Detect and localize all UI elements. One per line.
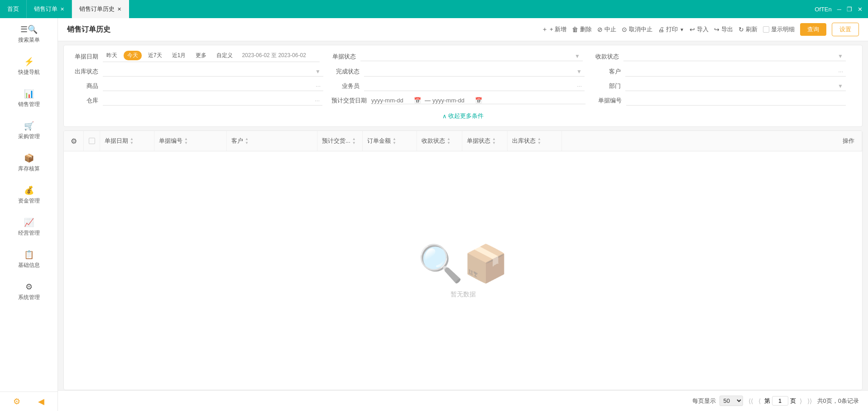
delivery-start-input[interactable] bbox=[371, 97, 412, 104]
print-btn[interactable]: 🖨 打印 ▼ bbox=[658, 25, 684, 34]
filter-row-4: 仓库 ··· 预计交货日期 📅 — 📅 单据编号 bbox=[71, 96, 855, 106]
th-outbound-status[interactable]: 出库状态 ▲ ▼ bbox=[508, 131, 562, 151]
minimize-btn[interactable]: ─ bbox=[837, 6, 841, 13]
th-order-status[interactable]: 单据状态 ▲ ▼ bbox=[462, 131, 508, 151]
delivery-sort-icons[interactable]: ▲ ▼ bbox=[352, 137, 356, 145]
date-tag-more[interactable]: 更多 bbox=[192, 51, 210, 60]
sidebar-item-finance[interactable]: 💰 资金管理 bbox=[0, 179, 58, 211]
close-sales-order-tab[interactable]: ✕ bbox=[60, 6, 64, 12]
customer-input[interactable] bbox=[628, 68, 838, 75]
sidebar-item-operation[interactable]: 📈 经营管理 bbox=[0, 211, 58, 243]
delivery-start-calendar-icon[interactable]: 📅 bbox=[414, 97, 421, 104]
order-status-select[interactable]: ▼ bbox=[360, 52, 583, 61]
delivery-date-label: 预计交货日期 bbox=[331, 97, 371, 105]
date-tag-yesterday[interactable]: 昨天 bbox=[103, 51, 121, 60]
order-number-field[interactable] bbox=[626, 96, 846, 106]
th-date[interactable]: 单据日期 ▲ ▼ bbox=[100, 131, 154, 151]
sidebar-item-sales-mgmt[interactable]: 📊 销售管理 bbox=[0, 82, 58, 115]
tab-home[interactable]: 首页 bbox=[0, 0, 27, 18]
th-gear[interactable]: ⚙ bbox=[64, 131, 84, 151]
last-page-btn[interactable]: ⟩⟩ bbox=[806, 396, 814, 406]
select-all-checkbox[interactable] bbox=[89, 138, 95, 144]
collapse-btn[interactable]: ∧ 收起更多条件 bbox=[442, 112, 484, 120]
restore-btn[interactable]: ❐ bbox=[847, 6, 852, 13]
product-input[interactable] bbox=[106, 82, 316, 89]
sidebar-settings-icon[interactable]: ⚙ bbox=[13, 396, 20, 406]
sidebar-item-quick-nav[interactable]: ⚡ 快捷导航 bbox=[0, 50, 58, 82]
th-sn[interactable]: 单据编号 ▲ ▼ bbox=[154, 131, 227, 151]
toolbar: ＋ + 新增 🗑 删除 ⊘ 中止 ⊙ 取消中止 🖨 打印 bbox=[542, 23, 859, 36]
outbound-sort-icons[interactable]: ▲ ▼ bbox=[537, 137, 541, 145]
total-text: 共0页，0条记录 bbox=[817, 397, 859, 405]
current-page-input[interactable] bbox=[772, 396, 788, 406]
inventory-icon: 📦 bbox=[24, 153, 34, 163]
sidebar-item-purchase-mgmt[interactable]: 🛒 采购管理 bbox=[0, 115, 58, 147]
delivery-end-input[interactable] bbox=[432, 97, 473, 104]
sidebar-item-system-mgmt[interactable]: ⚙ 系统管理 bbox=[0, 276, 58, 308]
date-tag-7days[interactable]: 近7天 bbox=[144, 51, 166, 60]
product-field[interactable]: ··· bbox=[103, 81, 323, 91]
search-menu-icon: ☰🔍 bbox=[20, 24, 38, 34]
th-payment-status[interactable]: 收款状态 ▲ ▼ bbox=[417, 131, 462, 151]
completion-status-select[interactable]: ▼ bbox=[364, 67, 585, 77]
stop-btn[interactable]: ⊘ 中止 bbox=[597, 25, 616, 34]
tab-sales-order-history[interactable]: 销售订单历史 ✕ bbox=[72, 0, 129, 18]
department-select[interactable]: ▼ bbox=[625, 82, 846, 91]
warehouse-field[interactable]: ··· bbox=[103, 96, 322, 106]
sn-sort-icons[interactable]: ▲ ▼ bbox=[184, 137, 188, 145]
content-area: 销售订单历史 ＋ + 新增 🗑 删除 ⊘ 中止 ⊙ 取消中止 bbox=[58, 18, 868, 411]
date-sort-icons[interactable]: ▲ ▼ bbox=[130, 137, 134, 145]
department-arrow: ▼ bbox=[838, 83, 843, 89]
th-delivery[interactable]: 预计交货... ▲ ▼ bbox=[317, 131, 363, 151]
delete-icon: 🗑 bbox=[572, 26, 578, 33]
next-page-btn[interactable]: ⟩ bbox=[798, 396, 804, 406]
settings-btn[interactable]: 设置 bbox=[832, 23, 859, 36]
export-btn[interactable]: ↪ 导出 bbox=[714, 25, 733, 34]
salesperson-input[interactable] bbox=[367, 82, 577, 89]
per-page-select[interactable]: 50 10 20 100 bbox=[719, 396, 743, 406]
tab-sales-order[interactable]: 销售订单 ✕ bbox=[27, 0, 72, 18]
product-dots[interactable]: ··· bbox=[316, 82, 321, 89]
customer-dots[interactable]: ··· bbox=[838, 68, 843, 75]
sidebar-item-search-menu[interactable]: ☰🔍 搜索菜单 bbox=[0, 18, 58, 50]
query-btn[interactable]: 查询 bbox=[800, 23, 826, 36]
date-tag-today[interactable]: 今天 bbox=[124, 51, 142, 60]
th-check[interactable] bbox=[84, 131, 100, 151]
cancel-stop-btn[interactable]: ⊙ 取消中止 bbox=[622, 25, 652, 34]
date-tag-1month[interactable]: 近1月 bbox=[168, 51, 190, 60]
display-checkbox-box[interactable] bbox=[763, 26, 769, 33]
th-amount[interactable]: 订单金额 ▲ ▼ bbox=[363, 131, 417, 151]
prev-page-btn[interactable]: ⟨ bbox=[757, 396, 762, 406]
refresh-btn[interactable]: ↻ 刷新 bbox=[739, 25, 758, 34]
delivery-end-calendar-icon[interactable]: 📅 bbox=[475, 97, 482, 104]
sidebar-item-inventory[interactable]: 📦 库存核算 bbox=[0, 147, 58, 179]
date-tag-custom[interactable]: 自定义 bbox=[213, 51, 236, 60]
payment-sort-icons[interactable]: ▲ ▼ bbox=[447, 137, 451, 145]
table-area: ⚙ 单据日期 ▲ ▼ 单据编号 ▲ ▼ bbox=[63, 131, 863, 390]
first-page-btn[interactable]: ⟨⟨ bbox=[747, 396, 755, 406]
salesperson-dots[interactable]: ··· bbox=[577, 82, 582, 89]
sidebar-collapse-icon[interactable]: ◀ bbox=[38, 396, 44, 406]
warehouse-dots[interactable]: ··· bbox=[315, 97, 320, 104]
delete-btn[interactable]: 🗑 删除 bbox=[572, 25, 592, 34]
customer-sort-icons[interactable]: ▲ ▼ bbox=[245, 137, 249, 145]
payment-status-select[interactable]: ▼ bbox=[623, 52, 846, 61]
table-gear-icon[interactable]: ⚙ bbox=[71, 137, 77, 145]
new-btn[interactable]: ＋ + 新增 bbox=[542, 25, 566, 34]
outbound-status-select[interactable]: ▼ bbox=[103, 67, 323, 77]
new-icon: ＋ bbox=[542, 25, 548, 34]
customer-field[interactable]: ··· bbox=[625, 67, 846, 77]
warehouse-input[interactable] bbox=[106, 97, 315, 104]
window-controls: OfTEn ─ ❐ ✕ bbox=[815, 6, 868, 13]
order-sort-icons[interactable]: ▲ ▼ bbox=[492, 137, 496, 145]
th-customer[interactable]: 客户 ▲ ▼ bbox=[227, 131, 317, 151]
close-history-tab[interactable]: ✕ bbox=[117, 6, 121, 12]
order-number-input[interactable] bbox=[629, 97, 843, 104]
display-columns-checkbox[interactable]: 显示明细 bbox=[763, 25, 795, 34]
amount-sort-icons[interactable]: ▲ ▼ bbox=[393, 137, 396, 145]
salesperson-field[interactable]: ··· bbox=[364, 81, 585, 91]
close-btn[interactable]: ✕ bbox=[858, 6, 863, 13]
import-btn[interactable]: ↩ 导入 bbox=[690, 25, 709, 34]
sidebar-item-basic-info[interactable]: 📋 基础信息 bbox=[0, 243, 58, 276]
payment-status-label: 收款状态 bbox=[592, 53, 623, 61]
